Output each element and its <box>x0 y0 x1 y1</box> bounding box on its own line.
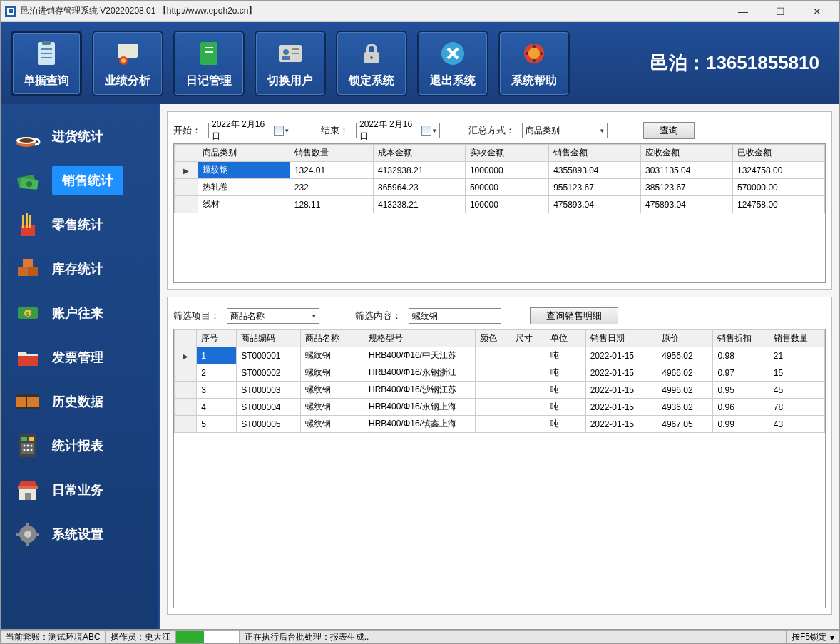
table-cell[interactable]: 螺纹钢 <box>300 364 364 382</box>
sidebar-item-accounts[interactable]: $ 账户往来 <box>1 291 158 335</box>
table-cell[interactable] <box>511 382 546 399</box>
detail-grid[interactable]: 序号商品编码商品名称规格型号颜色尺寸单位销售日期原价销售折扣销售数量▶1ST00… <box>173 329 826 608</box>
end-date-input[interactable]: 2022年 2月16日▾ <box>356 123 440 138</box>
table-cell[interactable] <box>476 364 511 382</box>
table-cell[interactable]: 吨 <box>546 416 585 433</box>
sidebar-item-reports[interactable]: 统计报表 <box>1 424 158 468</box>
column-header[interactable]: 规格型号 <box>364 330 475 347</box>
table-cell[interactable]: 2 <box>197 364 237 382</box>
table-cell[interactable]: 0.98 <box>713 347 769 364</box>
column-header[interactable]: 销售数量 <box>290 145 373 162</box>
ribbon-btn-exit[interactable]: 退出系统 <box>417 31 488 96</box>
table-cell[interactable]: ST000004 <box>237 399 300 416</box>
table-cell[interactable] <box>476 347 511 364</box>
column-header[interactable]: 颜色 <box>476 330 511 347</box>
table-cell[interactable]: ST000003 <box>237 382 300 399</box>
table-cell[interactable]: 2022-01-15 <box>585 347 657 364</box>
table-cell[interactable]: 15 <box>769 364 824 382</box>
table-cell[interactable]: 1000000 <box>465 162 548 179</box>
filter-content-input[interactable]: 螺纹钢 <box>409 308 501 324</box>
table-cell[interactable]: ST000001 <box>237 347 300 364</box>
ribbon-btn-diary[interactable]: 日记管理 <box>173 31 245 96</box>
minimize-button[interactable]: — <box>731 6 755 17</box>
table-cell[interactable] <box>476 416 511 433</box>
table-cell[interactable]: 吨 <box>546 347 585 364</box>
table-cell[interactable]: 3031135.04 <box>641 162 733 179</box>
group-by-select[interactable]: 商品类别▾ <box>522 123 608 138</box>
table-cell[interactable]: 955123.67 <box>549 179 641 196</box>
table-cell[interactable] <box>511 416 546 433</box>
table-row[interactable]: 2ST000002螺纹钢HRB400/Φ16/永钢浙江吨2022-01-1549… <box>175 364 825 382</box>
table-row[interactable]: 线材128.11413238.21100000475893.04475893.0… <box>175 196 825 213</box>
table-cell[interactable]: 413238.21 <box>373 196 465 213</box>
table-cell[interactable]: 热轧卷 <box>198 179 290 196</box>
table-cell[interactable]: 1 <box>197 347 237 364</box>
table-cell[interactable]: 45 <box>769 382 824 399</box>
table-cell[interactable]: 4355893.04 <box>549 162 641 179</box>
table-cell[interactable]: 2022-01-15 <box>585 364 657 382</box>
query-button[interactable]: 查询 <box>643 122 695 139</box>
column-header[interactable]: 商品编码 <box>237 330 300 347</box>
status-lock-hint[interactable]: 按F5锁定▾ <box>787 630 839 645</box>
table-cell[interactable]: 78 <box>769 399 824 416</box>
table-cell[interactable]: 4132938.21 <box>373 162 465 179</box>
table-cell[interactable]: 0.99 <box>713 416 769 433</box>
table-row[interactable]: ▶1ST000001螺纹钢HRB400/Φ16/中天江苏吨2022-01-154… <box>175 347 825 364</box>
column-header[interactable]: 商品类别 <box>198 145 290 162</box>
table-cell[interactable]: 2022-01-15 <box>585 382 657 399</box>
table-cell[interactable]: 螺纹钢 <box>300 399 364 416</box>
table-cell[interactable]: 4966.02 <box>657 364 713 382</box>
table-cell[interactable]: 124758.00 <box>733 196 825 213</box>
table-cell[interactable]: 475893.04 <box>549 196 641 213</box>
table-row[interactable]: 热轧卷232865964.23500000955123.67385123.675… <box>175 179 825 196</box>
table-row[interactable]: 5ST000005螺纹钢HRB400/Φ16/镔鑫上海吨2022-01-1549… <box>175 416 825 433</box>
column-header[interactable]: 销售折扣 <box>713 330 769 347</box>
sidebar-item-purchase-stats[interactable]: 进货统计 <box>1 114 158 158</box>
start-date-input[interactable]: 2022年 2月16日▾ <box>208 123 292 138</box>
table-cell[interactable]: 385123.67 <box>641 179 733 196</box>
filter-item-select[interactable]: 商品名称▾ <box>227 308 319 324</box>
column-header[interactable]: 原价 <box>657 330 713 347</box>
table-cell[interactable] <box>511 364 546 382</box>
query-detail-button[interactable]: 查询销售明细 <box>530 307 618 324</box>
table-cell[interactable] <box>476 382 511 399</box>
sidebar-item-daily[interactable]: 日常业务 <box>1 468 158 512</box>
table-cell[interactable]: 2022-01-15 <box>585 416 657 433</box>
table-cell[interactable]: 1324.01 <box>290 162 373 179</box>
sidebar-item-retail-stats[interactable]: 零售统计 <box>1 203 158 247</box>
column-header[interactable]: 销售数量 <box>769 330 824 347</box>
table-cell[interactable]: 螺纹钢 <box>198 162 290 179</box>
table-cell[interactable]: 螺纹钢 <box>300 416 364 433</box>
column-header[interactable]: 已收金额 <box>733 145 825 162</box>
summary-grid[interactable]: 商品类别销售数量成本金额实收金额销售金额应收金额已收金额▶螺纹钢1324.014… <box>173 143 826 283</box>
table-cell[interactable]: 128.11 <box>290 196 373 213</box>
ribbon-btn-help[interactable]: 系统帮助 <box>498 31 570 96</box>
table-cell[interactable] <box>476 399 511 416</box>
table-cell[interactable]: 100000 <box>465 196 548 213</box>
maximize-button[interactable]: ☐ <box>768 6 792 17</box>
table-cell[interactable]: 0.95 <box>713 382 769 399</box>
column-header[interactable]: 成本金额 <box>373 145 465 162</box>
sidebar-item-sales-stats[interactable]: 销售统计 <box>1 158 158 203</box>
table-cell[interactable]: 0.96 <box>713 399 769 416</box>
table-cell[interactable]: ST000005 <box>237 416 300 433</box>
table-cell[interactable]: 5 <box>197 416 237 433</box>
table-cell[interactable]: 500000 <box>465 179 548 196</box>
table-cell[interactable]: 865964.23 <box>373 179 465 196</box>
table-cell[interactable]: 线材 <box>198 196 290 213</box>
table-cell[interactable]: 吨 <box>546 382 585 399</box>
table-cell[interactable]: 3 <box>197 382 237 399</box>
table-cell[interactable] <box>511 399 546 416</box>
table-cell[interactable]: 4996.02 <box>657 382 713 399</box>
table-cell[interactable]: 570000.00 <box>733 179 825 196</box>
table-cell[interactable]: 232 <box>290 179 373 196</box>
column-header[interactable]: 商品名称 <box>300 330 364 347</box>
table-cell[interactable]: 1324758.00 <box>733 162 825 179</box>
table-cell[interactable]: 0.97 <box>713 364 769 382</box>
table-cell[interactable]: 475893.04 <box>641 196 733 213</box>
table-cell[interactable]: 43 <box>769 416 824 433</box>
table-cell[interactable]: HRB400/Φ16/镔鑫上海 <box>364 416 475 433</box>
table-cell[interactable]: 2022-01-15 <box>585 399 657 416</box>
column-header[interactable]: 销售金额 <box>549 145 641 162</box>
close-button[interactable]: ✕ <box>805 6 829 17</box>
